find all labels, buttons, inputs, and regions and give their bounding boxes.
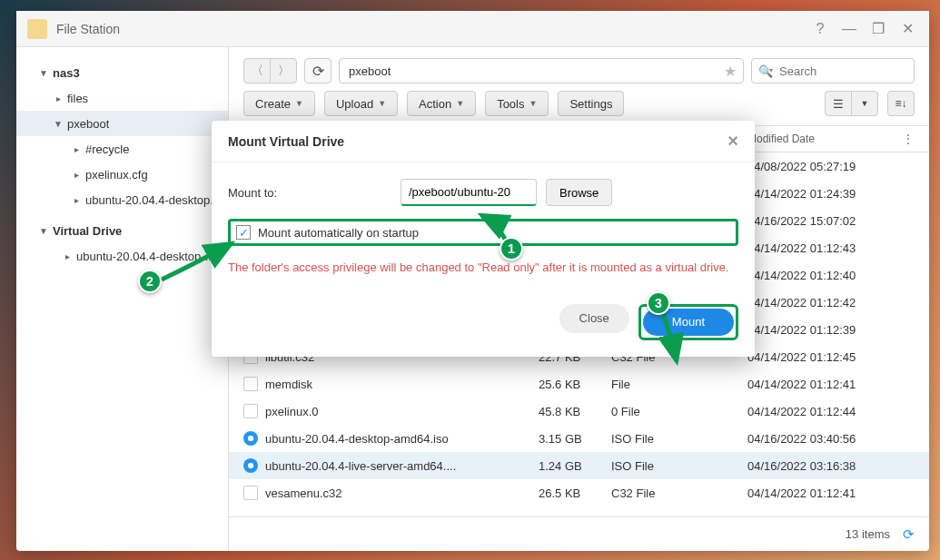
annotation-arrow-2 <box>154 234 245 289</box>
file-size: 25.6 KB <box>539 378 611 391</box>
status-bar: 13 items ⟳ <box>229 516 929 551</box>
titlebar: File Station ? — ❐ ✕ <box>16 11 929 47</box>
close-window-button[interactable]: ✕ <box>896 18 918 40</box>
file-date: 04/14/2022 01:24:39 <box>747 187 902 201</box>
sidebar-item--recycle[interactable]: ▸#recycle <box>16 136 228 162</box>
file-name: pxelinux.0 <box>265 405 319 418</box>
sidebar-item-files[interactable]: ▸files <box>16 85 228 111</box>
dialog-close-button[interactable]: × <box>727 131 738 152</box>
sidebar-item-ubuntu-20-04-4-desktop---[interactable]: ▸ubuntu-20.04.4-desktop... <box>16 187 228 212</box>
file-type: File <box>611 378 747 391</box>
file-date: 04/08/2022 05:27:19 <box>747 160 902 173</box>
sort-button[interactable]: ≡↓ <box>887 91 915 116</box>
view-dropdown-button[interactable]: ▼ <box>851 91 878 116</box>
item-count: 13 items <box>846 527 890 541</box>
iso-icon <box>243 458 258 473</box>
col-date-header[interactable]: Modified Date <box>747 133 902 145</box>
file-type: 0 File <box>611 405 747 418</box>
nav-group: 〈 〉 <box>243 58 297 84</box>
chevron-down-icon: ▼ <box>295 99 303 108</box>
chevron-down-icon: ▼ <box>456 99 464 108</box>
auto-mount-label: Mount automatically on startup <box>258 226 419 240</box>
file-date: 04/14/2022 01:12:44 <box>747 405 902 418</box>
file-name: vesamenu.c32 <box>265 486 342 500</box>
file-name: ubuntu-20.04.4-desktop-amd64.iso <box>265 432 449 446</box>
minimize-button[interactable]: — <box>838 18 860 40</box>
table-row[interactable]: pxelinux.045.8 KB0 File04/14/2022 01:12:… <box>229 398 929 425</box>
file-date: 04/14/2022 01:12:42 <box>747 296 902 309</box>
create-button[interactable]: Create▼ <box>243 91 315 116</box>
path-field: ★ <box>339 58 744 84</box>
chevron-down-icon: ▼ <box>378 99 386 108</box>
table-row[interactable]: ubuntu-20.04.4-live-server-amd64....1.24… <box>229 452 929 479</box>
settings-button[interactable]: Settings <box>558 91 624 116</box>
sidebar-item-pxeboot[interactable]: ▼pxeboot <box>16 111 228 136</box>
chevron-down-icon: ▼ <box>529 99 538 108</box>
annotation-arrow-3 <box>640 309 695 372</box>
favorite-icon[interactable]: ★ <box>724 63 737 80</box>
file-date: 04/14/2022 01:12:39 <box>747 323 902 337</box>
view-list-button[interactable]: ☰ <box>825 91 852 116</box>
search-input[interactable] <box>751 58 915 84</box>
col-menu-button[interactable]: ⋮ <box>902 133 915 145</box>
table-row[interactable]: vesamenu.c3226.5 KBC32 File04/14/2022 01… <box>229 479 929 506</box>
iso-icon <box>243 431 258 446</box>
file-name: memdisk <box>265 378 312 391</box>
window-title: File Station <box>56 22 802 36</box>
sidebar-item-pxelinux-cfg[interactable]: ▸pxelinux.cfg <box>16 162 228 187</box>
file-icon <box>243 377 258 391</box>
dialog-titlebar: Mount Virtual Drive × <box>212 121 755 162</box>
file-date: 04/16/2022 03:40:56 <box>747 432 902 446</box>
annotation-badge-2: 2 <box>138 270 162 293</box>
file-date: 04/16/2022 03:16:38 <box>747 459 902 473</box>
nav-back-button[interactable]: 〈 <box>243 58 271 84</box>
tools-button[interactable]: Tools▼ <box>485 91 549 116</box>
annotation-badge-3: 3 <box>647 291 670 315</box>
file-icon <box>243 486 258 500</box>
table-row[interactable]: ubuntu-20.04.4-desktop-amd64.iso3.15 GBI… <box>229 425 929 452</box>
help-button[interactable]: ? <box>809 18 831 40</box>
refresh-button[interactable]: ⟳ <box>304 58 331 84</box>
maximize-button[interactable]: ❐ <box>867 18 889 40</box>
mount-to-input[interactable] <box>401 179 537 206</box>
footer-refresh-icon[interactable]: ⟳ <box>903 526 915 543</box>
warning-text: The folder's access privilege will be ch… <box>228 259 738 277</box>
file-date: 04/14/2022 01:12:41 <box>747 486 902 500</box>
file-date: 04/16/2022 15:07:02 <box>747 214 902 228</box>
dialog-title: Mount Virtual Drive <box>228 134 344 149</box>
upload-button[interactable]: Upload▼ <box>324 91 398 116</box>
search-chevron-icon[interactable]: ▾ <box>769 66 773 74</box>
sidebar: ▼nas3 ▸files▼pxeboot▸#recycle▸pxelinux.c… <box>16 47 229 551</box>
app-icon <box>27 19 47 39</box>
browse-button[interactable]: Browse <box>546 179 612 206</box>
file-date: 04/14/2022 01:12:43 <box>747 241 902 255</box>
file-type: C32 File <box>611 486 747 500</box>
mount-to-label: Mount to: <box>228 186 391 200</box>
file-icon <box>243 404 258 418</box>
action-button[interactable]: Action▼ <box>407 91 476 116</box>
file-date: 04/14/2022 01:12:45 <box>747 350 902 364</box>
annotation-badge-1: 1 <box>500 237 523 260</box>
file-size: 45.8 KB <box>539 405 611 418</box>
file-size: 26.5 KB <box>539 486 611 500</box>
nav-forward-button[interactable]: 〉 <box>270 58 297 84</box>
tree-root-nas3[interactable]: ▼nas3 <box>16 60 228 85</box>
table-row[interactable]: memdisk25.6 KBFile04/14/2022 01:12:41 <box>229 370 929 398</box>
search-field: 🔍 ▾ <box>751 58 915 84</box>
file-name: ubuntu-20.04.4-live-server-amd64.... <box>265 459 456 473</box>
file-date: 04/14/2022 01:12:40 <box>747 269 902 282</box>
path-input[interactable] <box>339 58 744 84</box>
file-size: 3.15 GB <box>539 432 611 446</box>
file-size: 1.24 GB <box>539 459 611 473</box>
file-date: 04/14/2022 01:12:41 <box>747 378 902 391</box>
file-type: ISO File <box>611 459 747 473</box>
close-button[interactable]: Close <box>559 304 629 333</box>
file-type: ISO File <box>611 432 747 446</box>
